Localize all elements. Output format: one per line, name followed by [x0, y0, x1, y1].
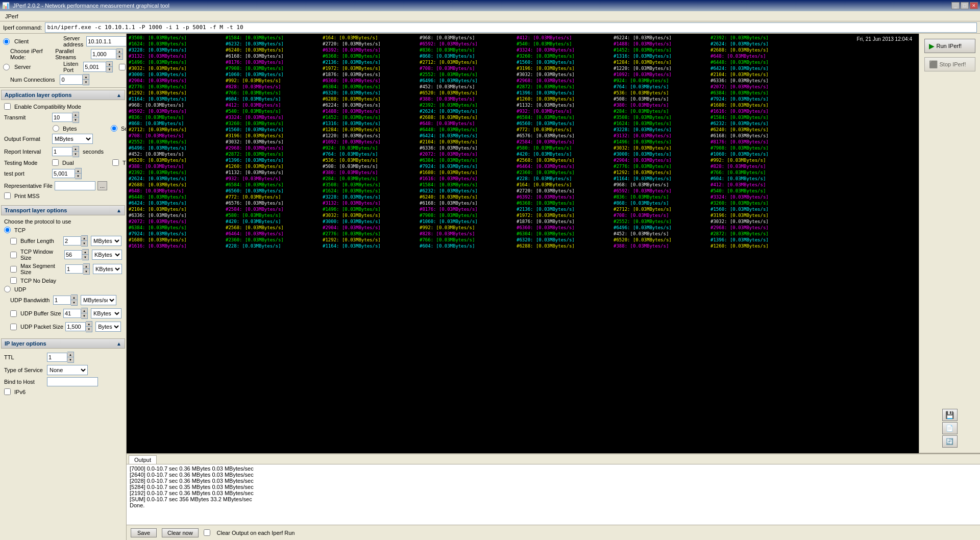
maximize-button[interactable]: □ [961, 2, 969, 9]
parallel-streams-input[interactable] [91, 49, 116, 59]
test-port-spinner[interactable]: ▲▼ [52, 168, 82, 179]
max-segment-input[interactable] [65, 264, 83, 274]
server-radio[interactable] [3, 64, 10, 70]
tp-down[interactable]: ▼ [75, 174, 81, 179]
buffer-length-spinner[interactable]: ▲▼ [63, 235, 88, 247]
tcp-window-spinner[interactable]: ▲▼ [64, 249, 89, 260]
close-button[interactable]: ✕ [970, 2, 978, 9]
app-layer-header[interactable]: Application layer options ▲ [1, 90, 125, 100]
parallel-streams-spinner[interactable]: ▲▼ [91, 48, 123, 60]
app-layer-collapse[interactable]: ▲ [116, 92, 121, 98]
tcp-window-unit[interactable]: KBytesMBytes [92, 250, 122, 260]
test-port-input[interactable] [52, 169, 75, 178]
up-up[interactable]: ▲ [86, 322, 92, 327]
transport-layer-collapse[interactable]: ▲ [116, 208, 121, 213]
enable-compat-checkbox[interactable] [4, 103, 11, 110]
ub-down[interactable]: ▼ [71, 300, 77, 305]
clear-now-button[interactable]: Clear now [162, 528, 199, 537]
ip-layer-collapse[interactable]: ▲ [116, 341, 121, 347]
report-interval-spinner[interactable]: ▲▼ [52, 146, 79, 157]
server-address-input[interactable] [86, 36, 127, 46]
listen-port-spinner[interactable]: ▲▼ [83, 61, 113, 72]
ps-down[interactable]: ▼ [116, 54, 122, 59]
ms-up[interactable]: ▲ [83, 264, 89, 269]
up-down[interactable]: ▼ [86, 327, 92, 332]
udp-buffer-unit[interactable]: KBytes [91, 308, 121, 318]
ttl-input[interactable] [47, 353, 67, 362]
udp-bandwidth-unit[interactable]: MBytes/secKBytes/sec [81, 295, 116, 305]
minimize-button[interactable]: _ [951, 2, 960, 9]
udp-packet-input[interactable] [65, 322, 86, 331]
max-segment-unit[interactable]: KBytes [93, 264, 122, 274]
report-interval-input[interactable] [52, 147, 72, 156]
rep-file-input[interactable] [55, 181, 95, 190]
output-format-select[interactable]: MBytes KBytes GBytes Bits [52, 134, 93, 144]
copy-icon-button[interactable]: 📄 [942, 422, 958, 434]
transmit-input[interactable] [52, 113, 72, 122]
lp-down[interactable]: ▼ [106, 67, 112, 72]
num-connections-spinner[interactable]: ▲▼ [60, 74, 89, 85]
dual-checkbox[interactable] [52, 159, 59, 166]
seconds-radio[interactable] [111, 125, 117, 132]
transmit-spinner[interactable]: ▲▼ [52, 112, 79, 123]
iperf-command-input[interactable] [45, 22, 977, 33]
refresh-icon-button[interactable]: 🔄 [942, 435, 958, 448]
bind-host-input[interactable] [47, 377, 98, 386]
udp-radio[interactable] [4, 286, 11, 292]
ri-down[interactable]: ▼ [72, 152, 79, 157]
buffer-length-unit[interactable]: MBytesKBytes [91, 236, 121, 246]
udp-buffer-checkbox[interactable] [10, 310, 17, 317]
transport-layer-header[interactable]: Transport layer options ▲ [1, 205, 125, 215]
menu-item-jperf[interactable]: JPerf [2, 12, 21, 20]
buffer-length-input[interactable] [63, 236, 81, 246]
tw-down[interactable]: ▼ [82, 255, 88, 260]
stop-iperf-button[interactable]: ⬛ Stop IPerf! [924, 57, 975, 71]
run-iperf-button[interactable]: ▶ Run IPerf! [924, 39, 975, 53]
num-connections-input[interactable] [60, 75, 83, 85]
udp-buffer-spinner[interactable]: ▲▼ [63, 308, 88, 319]
ttl-up[interactable]: ▲ [67, 352, 74, 357]
ubu-up[interactable]: ▲ [81, 308, 87, 313]
ipv6-checkbox[interactable] [4, 388, 11, 395]
max-segment-checkbox[interactable] [10, 266, 17, 273]
output-tab[interactable]: Output [129, 455, 157, 464]
ub-up[interactable]: ▲ [71, 295, 77, 300]
tw-up[interactable]: ▲ [82, 250, 88, 255]
client-limit-checkbox[interactable] [119, 64, 126, 70]
nc-down[interactable]: ▼ [83, 80, 89, 85]
tp-up[interactable]: ▲ [75, 168, 81, 174]
ms-down[interactable]: ▼ [83, 269, 89, 274]
clear-on-run-checkbox[interactable] [204, 529, 210, 536]
tos-select[interactable]: None Low Delay Throughput Reliability [47, 365, 88, 375]
tcp-radio[interactable] [4, 227, 11, 233]
udp-packet-spinner[interactable]: ▲▼ [65, 321, 92, 332]
tcp-window-checkbox[interactable] [10, 252, 17, 258]
buffer-length-checkbox[interactable] [10, 238, 17, 244]
udp-buffer-input[interactable] [63, 309, 81, 318]
save-icon-button[interactable]: 💾 [942, 409, 958, 421]
ubu-down[interactable]: ▼ [81, 313, 87, 318]
client-radio[interactable] [3, 38, 10, 45]
tr-down[interactable]: ▼ [72, 117, 79, 122]
print-mss-checkbox[interactable] [4, 192, 11, 199]
bl-up[interactable]: ▲ [81, 236, 87, 241]
tcp-nodelay-checkbox[interactable] [10, 277, 17, 284]
udp-bandwidth-spinner[interactable]: ▲▼ [53, 294, 78, 306]
bytes-radio[interactable] [53, 125, 59, 132]
udp-packet-checkbox[interactable] [10, 324, 17, 330]
ip-layer-header[interactable]: IP layer options ▲ [1, 338, 125, 349]
bl-down[interactable]: ▼ [81, 241, 87, 246]
trade-checkbox[interactable] [112, 159, 119, 166]
ttl-spinner[interactable]: ▲▼ [47, 352, 74, 363]
nc-up[interactable]: ▲ [83, 75, 89, 80]
listen-port-input[interactable] [83, 62, 106, 72]
lp-up[interactable]: ▲ [106, 62, 112, 67]
rep-file-browse[interactable]: ... [97, 181, 107, 190]
ttl-down[interactable]: ▼ [67, 357, 74, 362]
ri-up[interactable]: ▲ [72, 146, 79, 152]
max-segment-spinner[interactable]: ▲▼ [65, 263, 90, 275]
tcp-window-input[interactable] [64, 250, 82, 259]
udp-bandwidth-input[interactable] [53, 296, 71, 305]
save-output-button[interactable]: Save [131, 528, 157, 537]
udp-packet-unit[interactable]: Bytes [95, 322, 121, 332]
